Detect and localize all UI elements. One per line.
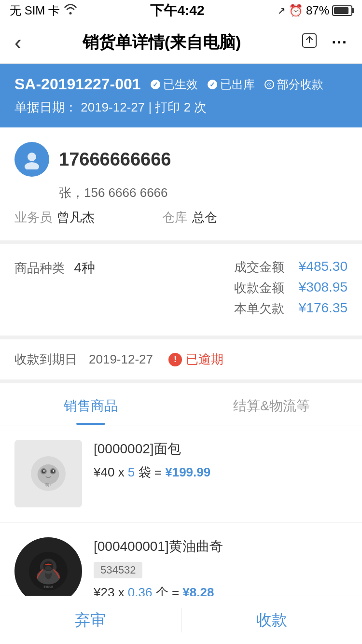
type-label: 商品种类 — [14, 261, 65, 275]
badge-partial: ⊙ 部分收款 — [265, 77, 323, 92]
carrier-label: 无 SIM 卡 — [10, 3, 60, 18]
due-date-label: 收款到期日 — [14, 351, 77, 368]
page-title: 销货单详情(来自电脑) — [83, 31, 241, 54]
alarm-icon: ⏰ — [289, 4, 303, 17]
order-id-row: SA-20191227-001 ✓ 已生效 ✓ 已出库 ⊙ 部分收款 — [14, 75, 348, 93]
svg-text:掌握武道: 掌握武道 — [43, 585, 53, 588]
warehouse: 仓库 总仓 — [162, 209, 217, 226]
product-image-cookie: 掌握武道 — [14, 537, 82, 605]
sales-label: 业务员 — [14, 209, 52, 226]
product-card-bread: 萌+ [0000002]面包 ¥40 x 5 袋 = ¥199.99 — [0, 425, 362, 522]
due-date-section: 收款到期日 2019-12-27 ! 已逾期 — [0, 339, 362, 383]
order-id: SA-20191227-001 — [14, 75, 141, 93]
warehouse-value: 总仓 — [192, 209, 217, 226]
received-label: 收款金额 — [234, 280, 284, 296]
customer-id: 17666666666 — [59, 149, 171, 170]
product-name-cookie: [000400001]黄油曲奇 — [94, 537, 348, 556]
summary-section: 商品种类 4种 成交金额 ¥485.30 收款金额 ¥308.95 本单欠款 ¥… — [0, 244, 362, 339]
tab-sales-products[interactable]: 销售商品 — [0, 383, 181, 425]
customer-row: 17666666666 — [14, 142, 348, 177]
order-header: SA-20191227-001 ✓ 已生效 ✓ 已出库 ⊙ 部分收款 单据日期：… — [0, 64, 362, 127]
avatar — [14, 142, 49, 177]
product-details-cookie: [000400001]黄油曲奇 534532 ¥23 x 0.36 个 = ¥8… — [94, 537, 348, 601]
owed-value: ¥176.35 — [299, 300, 348, 317]
badge-active: ✓ 已生效 — [151, 77, 198, 92]
back-button[interactable]: ‹ — [14, 30, 22, 55]
received-amount-row: 收款金额 ¥308.95 — [234, 280, 348, 296]
product-qty-bread: 5 — [128, 465, 135, 479]
sales-person: 业务员 曾凡杰 — [14, 209, 95, 226]
customer-section: 17666666666 张，156 6666 6666 业务员 曾凡杰 仓库 总… — [0, 127, 362, 244]
reject-button[interactable]: 弃审 — [0, 600, 181, 641]
received-value: ¥308.95 — [299, 280, 348, 296]
due-date-value: 2019-12-27 — [89, 352, 153, 367]
print-info: | 打印 2 次 — [148, 100, 207, 114]
overdue-icon: ! — [168, 353, 182, 366]
status-right: ↗ ⏰ 87% — [278, 4, 352, 17]
product-total-bread: ¥199.99 — [165, 465, 210, 479]
status-left: 无 SIM 卡 — [10, 3, 77, 18]
overdue-text: 已逾期 — [186, 351, 223, 368]
svg-point-2 — [25, 162, 39, 169]
type-count: 4种 — [74, 260, 95, 275]
deal-amount-row: 成交金额 ¥485.30 — [234, 259, 348, 276]
products-section: 萌+ [0000002]面包 ¥40 x 5 袋 = ¥199.99 — [0, 425, 362, 619]
deal-amount-label: 成交金额 — [234, 259, 284, 276]
status-bar: 无 SIM 卡 下午4:42 ↗ ⏰ 87% — [0, 0, 362, 21]
deal-amount-value: ¥485.30 — [299, 259, 348, 276]
bottom-bar: 弃审 收款 — [0, 596, 362, 644]
collect-button[interactable]: 收款 — [181, 600, 362, 641]
svg-point-16 — [45, 566, 52, 571]
customer-info: 张，156 6666 6666 — [14, 184, 348, 201]
product-details-bread: [0000002]面包 ¥40 x 5 袋 = ¥199.99 — [94, 440, 348, 481]
product-name-bread: [0000002]面包 — [94, 440, 348, 458]
badge-shipped: ✓ 已出库 — [208, 77, 255, 92]
product-price-bread: ¥40 x 5 袋 = ¥199.99 — [94, 464, 348, 481]
product-image-bread: 萌+ — [14, 440, 82, 507]
svg-point-9 — [43, 470, 45, 472]
doc-date-row: 单据日期： 2019-12-27 | 打印 2 次 — [14, 99, 348, 116]
nav-actions: ··· — [302, 33, 348, 52]
sales-value: 曾凡杰 — [57, 209, 95, 226]
location-icon: ↗ — [278, 5, 286, 16]
wifi-icon — [64, 4, 77, 17]
amount-summary: 成交金额 ¥485.30 收款金额 ¥308.95 本单欠款 ¥176.35 — [234, 259, 348, 321]
nav-bar: ‹ 销货单详情(来自电脑) ··· — [0, 21, 362, 64]
doc-date-value: 2019-12-27 — [81, 100, 145, 114]
owed-label: 本单欠款 — [234, 300, 284, 317]
tabs-section: 销售商品 结算&物流等 — [0, 383, 362, 425]
summary-grid: 商品种类 4种 成交金额 ¥485.30 收款金额 ¥308.95 本单欠款 ¥… — [14, 259, 348, 321]
tabs-row: 销售商品 结算&物流等 — [0, 383, 362, 425]
tab-settlement-logistics[interactable]: 结算&物流等 — [181, 383, 362, 425]
doc-date-label: 单据日期： — [14, 100, 77, 114]
clock-icon: ⊙ — [265, 80, 274, 89]
customer-meta: 业务员 曾凡杰 仓库 总仓 — [14, 209, 348, 226]
product-type-summary: 商品种类 4种 — [14, 259, 95, 277]
warehouse-label: 仓库 — [162, 209, 187, 226]
owed-amount-row: 本单欠款 ¥176.35 — [234, 300, 348, 317]
battery-icon — [332, 5, 352, 16]
more-button[interactable]: ··· — [332, 33, 348, 51]
battery-percent: 87% — [306, 4, 329, 17]
overdue-badge: ! 已逾期 — [168, 351, 223, 368]
svg-point-10 — [53, 470, 54, 472]
share-button[interactable] — [302, 33, 317, 52]
svg-point-4 — [38, 464, 59, 485]
check-icon-active: ✓ — [151, 80, 160, 89]
check-icon-shipped: ✓ — [208, 80, 217, 89]
svg-text:萌+: 萌+ — [45, 483, 52, 487]
status-time: 下午4:42 — [150, 1, 204, 20]
product-tag-cookie: 534532 — [94, 562, 142, 578]
svg-point-1 — [28, 153, 36, 161]
